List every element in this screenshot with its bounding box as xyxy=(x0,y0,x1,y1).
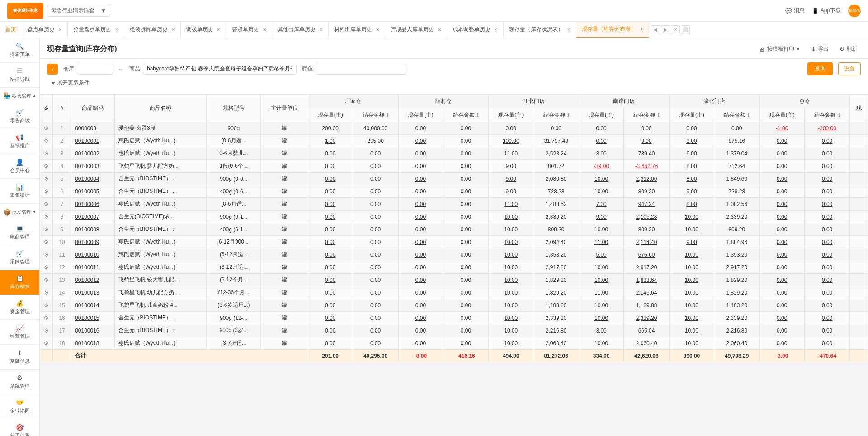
refresh-btn[interactable]: ↻ 刷新 xyxy=(836,43,861,55)
cell-total-qty[interactable]: 0.00 xyxy=(760,236,804,248)
cell-na-qty[interactable]: -39.00 xyxy=(579,160,624,173)
cell-gear[interactable]: ⚙ xyxy=(40,286,53,299)
info-mc-icon[interactable]: ℹ xyxy=(477,113,479,117)
message-btn[interactable]: 💬 消息 xyxy=(785,7,805,14)
color-input[interactable] xyxy=(316,64,406,75)
app-download-btn[interactable]: 📱 App下载 xyxy=(812,7,841,14)
cell-yb-qty[interactable]: 9.00 xyxy=(669,185,714,198)
close-icon[interactable]: ✕ xyxy=(438,27,441,32)
cell-total-qty[interactable]: 0.00 xyxy=(760,160,804,173)
expand-button[interactable]: ▼ 展开更多条件 xyxy=(47,77,861,89)
info-yb-icon[interactable]: ℹ xyxy=(748,113,750,117)
cell-gear[interactable]: ⚙ xyxy=(40,223,53,236)
close-icon[interactable]: ✕ xyxy=(567,27,571,32)
info-total-icon[interactable]: ℹ xyxy=(838,113,840,117)
cell-gear[interactable]: ⚙ xyxy=(40,337,53,350)
info-na-icon[interactable]: ℹ xyxy=(658,113,660,117)
tab-product-in[interactable]: 产成品入库单历史 ✕ xyxy=(385,22,447,38)
sidebar-item-retail-stat[interactable]: 📊 零售统计 xyxy=(0,179,39,204)
sidebar-item-finance[interactable]: 💰 资金管理 xyxy=(0,295,39,320)
cell-cf-qty[interactable]: 0.00 xyxy=(308,324,353,337)
tab-inventory-check[interactable]: 盘点单历史 ✕ xyxy=(22,22,68,38)
cell-code[interactable]: 00100003 xyxy=(71,160,114,173)
cell-jb-qty[interactable]: 10.00 xyxy=(489,248,533,261)
cell-yb-qty[interactable]: 9.00 xyxy=(669,236,714,248)
cell-yb-qty[interactable]: 8.00 xyxy=(669,173,714,185)
cell-mc-qty[interactable]: 0.00 xyxy=(398,236,443,248)
cell-code[interactable]: 00100013 xyxy=(71,286,114,299)
cell-na-qty[interactable]: 10.00 xyxy=(579,337,624,350)
cell-gear[interactable]: ⚙ xyxy=(40,160,53,173)
cell-yb-qty[interactable]: 10.00 xyxy=(669,274,714,286)
cell-gear[interactable]: ⚙ xyxy=(40,299,53,312)
close-icon[interactable]: ✕ xyxy=(376,27,379,32)
tab-assembly[interactable]: 组装拆卸单历史 ✕ xyxy=(124,22,181,38)
cell-cf-qty[interactable]: 0.00 xyxy=(308,223,353,236)
cell-gear[interactable]: ⚙ xyxy=(40,198,53,211)
cell-total-qty[interactable]: 0.00 xyxy=(760,312,804,324)
cell-jb-qty[interactable]: 10.00 xyxy=(489,337,533,350)
cell-gear[interactable]: ⚙ xyxy=(40,261,53,274)
sidebar-item-system[interactable]: ⚙ 系统管理 xyxy=(0,370,39,394)
industry-select[interactable]: 母婴行业演示陈套 ▼ xyxy=(47,5,110,17)
cell-na-qty[interactable]: 11.00 xyxy=(579,286,624,299)
info-jb-icon[interactable]: ℹ xyxy=(567,113,569,117)
cell-gear[interactable]: ⚙ xyxy=(40,135,53,147)
info-cf-icon[interactable]: ℹ xyxy=(387,113,388,117)
cell-gear[interactable]: ⚙ xyxy=(40,236,53,248)
sidebar-item-management[interactable]: 📈 经营管理 xyxy=(0,320,39,345)
cell-mc-qty[interactable]: 0.00 xyxy=(398,223,443,236)
nav-close-btn[interactable]: ✕ xyxy=(671,25,680,34)
cell-code[interactable]: 00100001 xyxy=(71,135,114,147)
cell-mc-qty[interactable]: 0.00 xyxy=(398,299,443,312)
cell-cf-qty[interactable]: 0.00 xyxy=(308,198,353,211)
cell-total-qty[interactable]: -1.00 xyxy=(760,122,804,135)
cell-yb-qty[interactable]: 0.00 xyxy=(669,122,714,135)
sidebar-item-guide[interactable]: 🎯 新手引导 xyxy=(0,419,39,436)
cell-total-qty[interactable]: 0.00 xyxy=(760,248,804,261)
avatar[interactable]: demo2 xyxy=(848,5,861,17)
cell-cf-qty[interactable]: 0.00 xyxy=(308,299,353,312)
close-icon[interactable]: ✕ xyxy=(494,27,498,32)
cell-na-qty[interactable]: 3.00 xyxy=(579,324,624,337)
sidebar-item-member[interactable]: 👤 会员中心 xyxy=(0,154,39,179)
sidebar-item-nav[interactable]: ☰ 快捷导航 xyxy=(0,63,39,88)
nav-expand-btn[interactable]: ⬜ xyxy=(681,25,690,34)
cell-na-qty[interactable]: 10.00 xyxy=(579,185,624,198)
close-icon[interactable]: ✕ xyxy=(58,27,62,32)
cell-cf-qty[interactable]: 0.00 xyxy=(308,274,353,286)
tab-transfer[interactable]: 调拨单历史 ✕ xyxy=(181,22,226,38)
goods-input[interactable] xyxy=(143,64,297,75)
cell-jb-qty[interactable]: 11.00 xyxy=(489,198,533,211)
cell-mc-qty[interactable]: 0.00 xyxy=(398,173,443,185)
cell-code[interactable]: 00100012 xyxy=(71,274,114,286)
cell-mc-qty[interactable]: 0.00 xyxy=(398,324,443,337)
cell-cf-qty[interactable]: 0.00 xyxy=(308,147,353,160)
cell-na-qty[interactable]: 10.00 xyxy=(579,299,624,312)
cell-mc-qty[interactable]: 0.00 xyxy=(398,122,443,135)
close-icon[interactable]: ✕ xyxy=(640,27,643,32)
cell-mc-qty[interactable]: 0.00 xyxy=(398,261,443,274)
cell-total-qty[interactable]: 0.00 xyxy=(760,135,804,147)
cell-na-qty[interactable]: 10.00 xyxy=(579,223,624,236)
cell-mc-qty[interactable]: 0.00 xyxy=(398,135,443,147)
cell-code[interactable]: 00100016 xyxy=(71,324,114,337)
cell-mc-qty[interactable]: 0.00 xyxy=(398,337,443,350)
cell-gear[interactable]: ⚙ xyxy=(40,173,53,185)
cell-total-qty[interactable]: 0.00 xyxy=(760,324,804,337)
query-button[interactable]: 查询 xyxy=(807,62,833,75)
cell-total-qty[interactable]: 0.00 xyxy=(760,274,804,286)
cell-total-qty[interactable]: 0.00 xyxy=(760,261,804,274)
cell-cf-qty[interactable]: 0.00 xyxy=(308,211,353,223)
cell-yb-qty[interactable]: 6.00 xyxy=(669,147,714,160)
warehouse-dots[interactable]: ··· xyxy=(116,66,124,72)
cell-gear[interactable]: ⚙ xyxy=(40,185,53,198)
cell-total-qty[interactable]: 0.00 xyxy=(760,198,804,211)
set-button[interactable]: 设置 xyxy=(838,62,861,75)
cell-jb-qty[interactable]: 10.00 xyxy=(489,223,533,236)
tab-home[interactable]: 首页 xyxy=(0,22,22,38)
cell-mc-qty[interactable]: 0.00 xyxy=(398,274,443,286)
cell-code[interactable]: 00100004 xyxy=(71,173,114,185)
cell-cf-qty[interactable]: 0.00 xyxy=(308,185,353,198)
cell-yb-qty[interactable]: 10.00 xyxy=(669,324,714,337)
